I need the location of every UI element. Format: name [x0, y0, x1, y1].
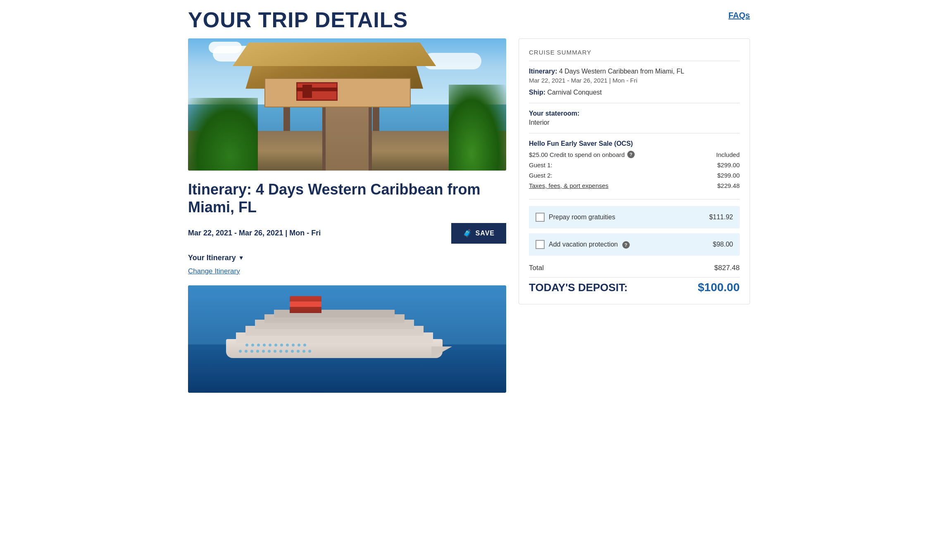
ship-window	[280, 344, 283, 346]
hero-image-inner	[188, 38, 506, 171]
ship-funnel-stripe	[290, 301, 321, 307]
deposit-amount: $100.00	[698, 281, 740, 294]
total-label: Total	[529, 264, 544, 272]
ship-window	[257, 344, 260, 346]
itinerary-title: Itinerary: 4 Days Western Caribbean from…	[188, 180, 506, 216]
vacation-protection-section: Add vacation protection ? $98.00	[529, 233, 740, 256]
window-divider-h	[296, 88, 338, 92]
taxes-link[interactable]: Taxes, fees, & port expenses	[529, 182, 609, 189]
ship-bow	[431, 346, 452, 358]
help-icon-vacation[interactable]: ?	[622, 241, 630, 249]
guest2-amount: $299.00	[717, 172, 740, 179]
vacation-protection-label: Add vacation protection	[549, 241, 618, 248]
prepay-gratuities-section: Prepay room gratuities $111.92	[529, 206, 740, 228]
summary-ship-line: Ship: Carnival Conquest	[529, 89, 740, 96]
promo-title: Hello Fun Early Saver Sale (OCS)	[529, 140, 740, 147]
save-button[interactable]: 🧳 SAVE	[451, 223, 506, 244]
cruise-summary-title: CRUISE SUMMARY	[529, 49, 740, 61]
faqs-link[interactable]: FAQs	[728, 8, 750, 20]
ship-window	[302, 350, 305, 353]
credit-label: $25.00 Credit to spend on onboard ?	[529, 151, 635, 158]
help-icon-credit[interactable]: ?	[627, 151, 635, 158]
stateroom-label: Your stateroom:	[529, 110, 740, 117]
prepay-gratuities-checkbox[interactable]	[536, 213, 545, 222]
ship-window	[274, 350, 276, 353]
vacation-protection-left: Add vacation protection ?	[536, 240, 630, 249]
cloud-1b	[209, 42, 242, 53]
window-divider-v	[302, 85, 312, 98]
summary-date-line: Mar 22, 2021 - Mar 26, 2021 | Mon - Fri	[529, 77, 740, 84]
greenery-right	[449, 85, 506, 171]
prepay-gratuities-left: Prepay room gratuities	[536, 213, 615, 222]
vacation-protection-amount: $98.00	[713, 241, 733, 248]
page-header: YOUR TRIP DETAILS FAQs	[188, 8, 750, 32]
ship-value: Carnival Conquest	[547, 89, 602, 96]
guest1-label: Guest 1:	[529, 161, 552, 168]
ship-window	[262, 350, 265, 353]
summary-stateroom-section: Your stateroom: Interior	[529, 110, 740, 133]
ship-window	[250, 350, 253, 353]
guest2-row: Guest 2: $299.00	[529, 172, 740, 179]
summary-itinerary-section: Itinerary: 4 Days Western Caribbean from…	[529, 68, 740, 103]
prepay-gratuities-amount: $111.92	[709, 214, 733, 221]
ship-window	[285, 350, 288, 353]
credit-label-text: $25.00 Credit to spend on onboard	[529, 151, 625, 158]
ship-image	[188, 285, 506, 393]
suitcase-icon: 🧳	[463, 229, 472, 238]
ship-window	[308, 350, 311, 353]
page-container: YOUR TRIP DETAILS FAQs	[176, 0, 762, 401]
taxes-amount: $229.48	[717, 182, 740, 189]
deposit-row: TODAY'S DEPOSIT: $100.00	[529, 277, 740, 294]
ship-window	[239, 350, 242, 353]
ship-window	[279, 350, 282, 353]
summary-itinerary-line: Itinerary: 4 Days Western Caribbean from…	[529, 68, 740, 75]
ship-window	[303, 344, 306, 346]
guest1-row: Guest 1: $299.00	[529, 161, 740, 168]
guest2-label: Guest 2:	[529, 172, 552, 179]
ship-window	[297, 350, 300, 353]
prepay-gratuities-label: Prepay room gratuities	[549, 214, 615, 221]
taxes-row: Taxes, fees, & port expenses $229.48	[529, 182, 740, 189]
ship-label: Ship:	[529, 89, 545, 96]
your-itinerary-toggle[interactable]: Your Itinerary ▼	[188, 254, 506, 262]
ship-window	[251, 344, 254, 346]
guest1-amount: $299.00	[717, 161, 740, 168]
ship-window	[298, 344, 300, 346]
ship-window	[256, 350, 259, 353]
ship-window	[269, 344, 271, 346]
hut-roof-layer	[233, 43, 436, 66]
itinerary-value: 4 Days Western Caribbean from Miami, FL	[559, 68, 684, 75]
vacation-protection-label-wrap: Add vacation protection ?	[549, 241, 630, 249]
chevron-down-icon: ▼	[238, 254, 244, 261]
total-row: Total $827.48	[529, 261, 740, 272]
ship-window	[263, 344, 266, 346]
stateroom-value: Interior	[529, 119, 740, 126]
hero-image	[188, 38, 506, 171]
ship-window	[268, 350, 271, 353]
greenery-left	[188, 98, 258, 171]
summary-pricing-section: Hello Fun Early Saver Sale (OCS) $25.00 …	[529, 140, 740, 199]
deposit-label: TODAY'S DEPOSIT:	[529, 281, 628, 294]
cruise-summary-panel: CRUISE SUMMARY Itinerary: 4 Days Western…	[519, 38, 750, 304]
ship-windows-row1	[239, 350, 311, 353]
vacation-protection-checkbox[interactable]	[536, 240, 545, 249]
itinerary-label: Itinerary:	[529, 68, 557, 75]
date-row: Mar 22, 2021 - Mar 26, 2021 | Mon - Fri …	[188, 223, 506, 244]
hut-body	[264, 78, 411, 107]
itinerary-dates: Mar 22, 2021 - Mar 26, 2021 | Mon - Fri	[188, 229, 321, 237]
save-label: SAVE	[476, 230, 495, 237]
ship-window	[274, 344, 277, 346]
ship-window	[245, 350, 248, 353]
ship-window	[286, 344, 289, 346]
credit-row: $25.00 Credit to spend on onboard ? Incl…	[529, 151, 740, 158]
ship-window	[292, 344, 295, 346]
left-panel: Itinerary: 4 Days Western Caribbean from…	[188, 38, 506, 392]
main-content: Itinerary: 4 Days Western Caribbean from…	[188, 38, 750, 392]
ship-window	[291, 350, 294, 353]
credit-value: Included	[716, 151, 740, 158]
your-itinerary-label: Your Itinerary	[188, 254, 236, 262]
total-amount: $827.48	[714, 264, 740, 272]
ship-window	[245, 344, 248, 346]
ship-windows-row2	[245, 344, 306, 346]
change-itinerary-link[interactable]: Change Itinerary	[188, 267, 506, 275]
